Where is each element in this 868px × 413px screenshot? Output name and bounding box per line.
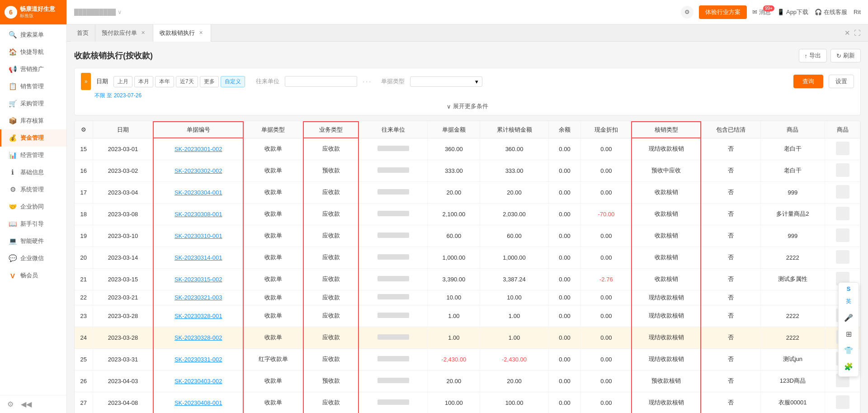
recent7-btn[interactable]: 近7天 [176,76,198,87]
query-button[interactable]: 查询 [793,75,823,88]
bill-no-link[interactable]: SK-20230321-003 [175,294,222,301]
more-date-btn[interactable]: 更多 [200,76,219,87]
filter-dots: ··· [363,77,372,86]
sidebar-item-member[interactable]: V 畅会员 [0,267,66,284]
col-settings[interactable]: ⚙ [75,122,93,138]
cell-discount: 0.00 [581,181,632,203]
tab-collection-close[interactable]: ✕ [198,29,204,36]
export-button[interactable]: ↑ 导出 [799,49,827,62]
bill-no-link[interactable]: SK-20230408-001 [175,399,222,406]
tab-close-all-icon[interactable]: ✕ [844,29,850,37]
bill-no-link[interactable]: SK-20230331-002 [175,356,222,363]
cell-acc-amount: 333.00 [480,160,548,181]
cell-product2 [825,160,860,181]
collapse-icon[interactable]: ◀◀ [21,400,32,408]
counterpart-input[interactable] [285,76,357,87]
sidebar-item-search[interactable]: 🔍 搜索菜单 [0,26,66,43]
hardware-icon: 💻 [9,237,17,245]
last-month-btn[interactable]: 上月 [113,76,132,87]
cell-bill-no: SK-20230328-001 [153,305,243,327]
topbar-settings-btn[interactable]: ⚙ [681,6,693,19]
table-row: 18 2023-03-08 SK-20230308-001 收款单 应收款 2,… [75,203,860,225]
cell-acc-amount: 1.00 [480,327,548,348]
cell-amount: 1.00 [428,327,480,348]
bill-no-link[interactable]: SK-20230310-001 [175,233,222,239]
cell-write-off-type: 预收中应收 [632,160,701,181]
bill-no-link[interactable]: SK-20230304-001 [175,189,222,196]
float-mic-btn[interactable]: 🎤 [841,310,856,325]
tab-prepay[interactable]: 预付款应付单 ✕ [95,24,153,42]
phone-icon: 📱 [777,9,784,15]
float-puzzle-btn[interactable]: 🧩 [841,359,856,374]
date-filter-btns: 上月 本月 本年 近7天 更多 自定义 [113,76,245,87]
cell-counterpart [359,225,428,247]
this-year-btn[interactable]: 本年 [155,76,174,87]
sidebar-item-inventory[interactable]: 📦 库存核算 [0,112,66,129]
chevron-down-icon: ▾ [475,78,478,85]
float-grid-btn[interactable]: ⊞ [841,327,856,341]
sidebar-item-sales[interactable]: 📋 销售管理 [0,78,66,95]
bill-no-link[interactable]: SK-20230302-002 [175,167,222,174]
wechat-icon: 💬 [9,254,17,262]
cell-write-off-type: 现结收款核销 [632,327,701,348]
cell-date: 2023-03-08 [93,203,153,225]
settings-icon[interactable]: ⚙ [7,400,14,408]
sidebar-item-sales-label: 销售管理 [20,82,44,90]
tab-collection[interactable]: 收款核销执行 ✕ [153,24,211,42]
sidebar-bottom: ⚙ ◀◀ [0,395,66,413]
sidebar-item-quick[interactable]: 🏠 快捷导航 [0,43,66,61]
this-month-btn[interactable]: 本月 [134,76,153,87]
app-download-btn[interactable]: 📱 App下载 [777,8,808,16]
expand-more-btn[interactable]: ∨ 展开更多条件 [81,102,854,110]
sidebar-item-basic-label: 基础信息 [20,168,44,176]
cell-amount: 60.00 [428,225,480,247]
sidebar-item-guide-label: 新手引导 [20,220,44,228]
sidebar-item-basic[interactable]: ℹ 基础信息 [0,164,66,181]
bill-no-link[interactable]: SK-20230328-002 [175,334,222,341]
cell-amount: 1.00 [428,305,480,327]
sidebar-item-marketing[interactable]: 📢 营销推广 [0,61,66,78]
online-service-btn[interactable]: 🎧 在线客服 [815,8,847,16]
cell-date: 2023-03-21 [93,290,153,305]
bill-no-link[interactable]: SK-20230308-001 [175,211,222,218]
tab-prepay-close[interactable]: ✕ [140,29,146,36]
sidebar-item-hardware[interactable]: 💻 智能硬件 [0,233,66,250]
cell-product1: 测试jun [760,348,825,370]
cell-discount: 0.00 [581,305,632,327]
user-info[interactable]: Rit [854,9,861,15]
filter-settings-button[interactable]: 设置 [829,75,854,88]
cell-bill-no: SK-20230331-002 [153,348,243,370]
filter-expand-arrow[interactable]: » [81,73,91,90]
refresh-icon: ↻ [836,52,841,59]
cell-acc-amount: 20.00 [480,370,548,392]
tab-home-label: 首页 [77,29,89,37]
message-icon: ✉ [752,9,757,15]
refresh-button[interactable]: ↻ 刷新 [830,49,861,62]
sidebar-item-hardware-label: 智能硬件 [20,237,44,245]
bill-no-link[interactable]: SK-20230301-002 [175,146,222,152]
bill-no-link[interactable]: SK-20230328-001 [175,313,222,319]
cell-balance: 0.00 [548,160,581,181]
bill-no-link[interactable]: SK-20230315-002 [175,276,222,283]
cell-acc-amount: 360.00 [480,138,548,160]
custom-date-btn[interactable]: 自定义 [221,76,245,87]
sidebar-item-purchase[interactable]: 🛒 采购管理 [0,95,66,112]
industry-solution-button[interactable]: 体验行业方案 [699,5,747,19]
float-shirt-btn[interactable]: 👕 [841,343,856,357]
sidebar-item-system[interactable]: ⚙ 系统管理 [0,181,66,198]
sidebar-item-wechat[interactable]: 💬 企业微信 [0,250,66,267]
tab-home[interactable]: 首页 [71,24,95,42]
bill-no-link[interactable]: SK-20230403-002 [175,378,222,385]
message-btn[interactable]: ✉ 消息 99+ [752,8,771,16]
col-bill-no: 单据编号 [153,122,243,138]
sidebar-item-operations[interactable]: 📊 经营管理 [0,147,66,164]
bill-type-select-container[interactable]: ▾ [410,76,482,87]
sidebar-item-guide[interactable]: 📖 新手引导 [0,215,66,233]
sidebar-item-enterprise[interactable]: 🤝 企业协同 [0,198,66,215]
sidebar-item-finance-label: 资金管理 [20,134,44,142]
sidebar-item-finance[interactable]: 💰 资金管理 [0,129,66,147]
float-english-btn[interactable]: 英 [841,294,856,309]
tab-maximize-icon[interactable]: ⛶ [854,29,861,37]
cell-seq: 19 [75,225,93,247]
bill-no-link[interactable]: SK-20230314-001 [175,254,222,261]
